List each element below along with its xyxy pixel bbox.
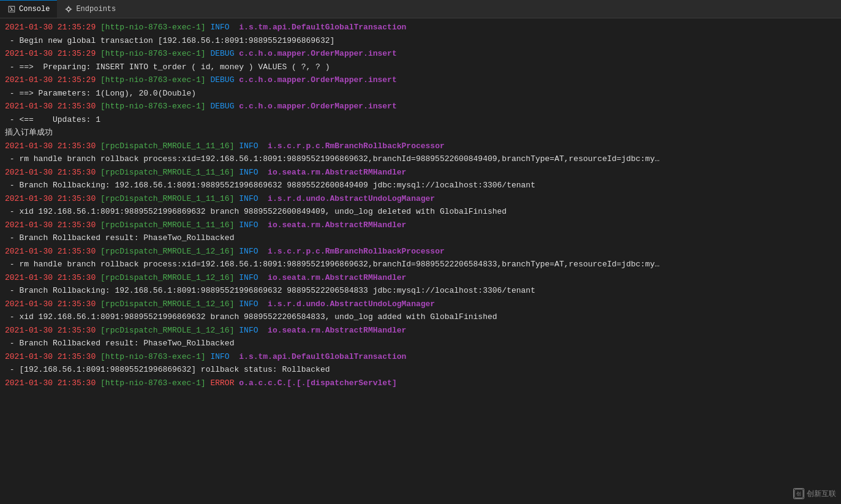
log-line: 2021-01-30 21:35:30 [rpcDispatch_RMROLE_… (0, 219, 841, 232)
log-line: - Begin new global transaction [192.168.… (0, 34, 841, 48)
log-line: - Branch Rollbacked result: PhaseTwo_Rol… (0, 231, 841, 245)
log-line: 2021-01-30 21:35:30 [rpcDispatch_RMROLE_… (0, 192, 841, 206)
log-line: 2021-01-30 21:35:29 [http-nio-8763-exec-… (0, 47, 841, 61)
log-line: - xid 192.168.56.1:8091:9889552199686963… (0, 310, 841, 324)
svg-point-0 (67, 7, 70, 10)
log-line: 2021-01-30 21:35:30 [rpcDispatch_RMROLE_… (0, 166, 841, 179)
console-output: 2021-01-30 21:35:29 [http-nio-8763-exec-… (0, 18, 841, 504)
tab-bar: Console Endpoints (0, 0, 841, 18)
log-line: - Branch Rollbacked result: PhaseTwo_Rol… (0, 337, 841, 350)
log-line: - <== Updates: 1 (0, 113, 841, 127)
tab-endpoints[interactable]: Endpoints (57, 0, 123, 18)
log-line: - ==> Preparing: INSERT INTO t_order ( i… (0, 61, 841, 74)
log-line: - rm handle branch rollback process:xid=… (0, 258, 841, 271)
log-line: - xid 192.168.56.1:8091:9889552199686963… (0, 205, 841, 219)
endpoints-icon (64, 5, 73, 13)
log-line: - ==> Parameters: 1(Long), 20.0(Double) (0, 87, 841, 100)
log-line: 2021-01-30 21:35:29 [http-nio-8763-exec-… (0, 21, 841, 34)
watermark-text: 创新互联 (807, 489, 836, 499)
tab-console[interactable]: Console (0, 0, 57, 18)
log-line: 2021-01-30 21:35:30 [rpcDispatch_RMROLE_… (0, 271, 841, 285)
log-line: - rm handle branch rollback process:xid=… (0, 152, 841, 166)
console-icon (7, 5, 16, 13)
log-line: 2021-01-30 21:35:30 [rpcDispatch_RMROLE_… (0, 298, 841, 311)
log-line: - Branch Rollbacking: 192.168.56.1:8091:… (0, 179, 841, 192)
log-line: 2021-01-30 21:35:30 [rpcDispatch_RMROLE_… (0, 324, 841, 337)
log-line: - Branch Rollbacking: 192.168.56.1:8091:… (0, 284, 841, 298)
log-line: 2021-01-30 21:35:30 [rpcDispatch_RMROLE_… (0, 140, 841, 153)
log-line: 2021-01-30 21:35:29 [http-nio-8763-exec-… (0, 73, 841, 87)
log-line: - [192.168.56.1:8091:98895521996869632] … (0, 363, 841, 377)
tab-console-label: Console (19, 5, 50, 13)
watermark: 创 创新互联 (793, 488, 836, 499)
svg-text:创: 创 (796, 491, 801, 497)
log-line: 2021-01-30 21:35:30 [rpcDispatch_RMROLE_… (0, 245, 841, 258)
log-line-chinese: 插入订单成功 (0, 126, 841, 140)
log-line: 2021-01-30 21:35:30 [http-nio-8763-exec-… (0, 350, 841, 364)
log-line: 2021-01-30 21:35:30 [http-nio-8763-exec-… (0, 100, 841, 113)
log-line-error: 2021-01-30 21:35:30 [http-nio-8763-exec-… (0, 377, 841, 390)
tab-endpoints-label: Endpoints (76, 5, 116, 13)
watermark-logo: 创 (793, 488, 804, 499)
